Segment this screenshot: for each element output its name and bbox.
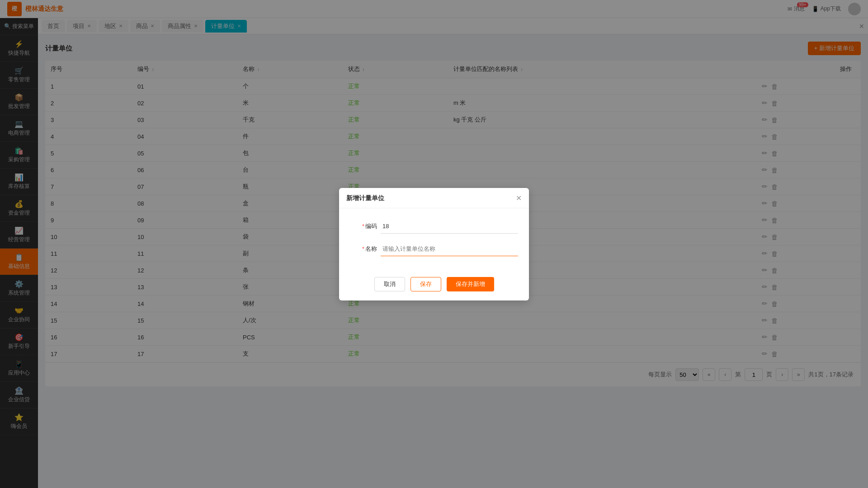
modal-body: *编码 *名称 bbox=[339, 208, 529, 272]
required-star-name: * bbox=[362, 245, 364, 252]
form-input-name[interactable] bbox=[381, 242, 518, 256]
required-star-code: * bbox=[362, 223, 364, 230]
form-row-code: *编码 bbox=[350, 219, 518, 234]
save-button[interactable]: 保存 bbox=[410, 277, 441, 291]
cancel-button[interactable]: 取消 bbox=[374, 277, 405, 291]
modal-close-button[interactable]: ✕ bbox=[516, 195, 522, 202]
form-label-code: *编码 bbox=[350, 222, 377, 230]
form-input-code[interactable] bbox=[381, 219, 518, 234]
save-and-new-button[interactable]: 保存并新增 bbox=[447, 277, 494, 291]
form-label-name: *名称 bbox=[350, 245, 377, 253]
form-row-name: *名称 bbox=[350, 242, 518, 256]
modal-add-unit: 新增计量单位 ✕ *编码 *名称 取消 保存 保存并新增 bbox=[339, 188, 529, 300]
modal-overlay[interactable]: 新增计量单位 ✕ *编码 *名称 取消 保存 保存并新增 bbox=[0, 0, 868, 488]
modal-title: 新增计量单位 bbox=[346, 194, 384, 202]
modal-header: 新增计量单位 ✕ bbox=[339, 188, 529, 208]
modal-footer: 取消 保存 保存并新增 bbox=[339, 272, 529, 300]
